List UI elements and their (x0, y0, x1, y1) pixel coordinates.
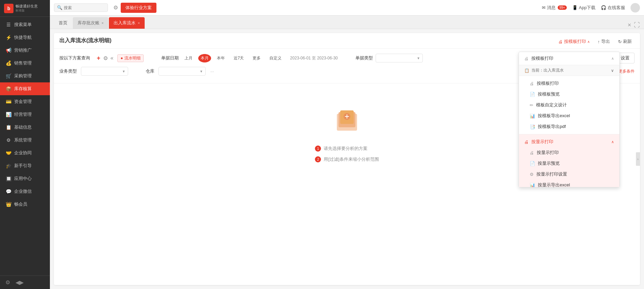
member-nav-icon: 👑 (5, 202, 11, 207)
app-download-btn[interactable]: 📱 App下载 (572, 5, 595, 11)
template-print-item[interactable]: 🖨 按模板打印 (519, 78, 619, 89)
sidebar-item-member[interactable]: 👑 畅会员 (0, 198, 50, 211)
quick-nav-nav-icon: ⚡ (5, 35, 11, 40)
flow-tab-close[interactable]: × (138, 21, 140, 25)
print-template-btn[interactable]: 🖨 按模板打印 ∧ (556, 37, 592, 46)
message-btn[interactable]: ✉ 消息 99+ (542, 5, 567, 11)
filter-settings-btn[interactable]: ⚙ (103, 55, 108, 61)
dropdown-header: 🖨 按模板打印 ∧ (519, 52, 619, 65)
sidebar-item-enterprise[interactable]: 🤝 企业协同 (0, 147, 50, 159)
operations-nav-label: 经营管理 (14, 111, 32, 117)
template-export-excel-item[interactable]: 📊 按模板导出excel (519, 110, 619, 121)
filter-add-btn[interactable]: + (97, 55, 100, 62)
tab-home[interactable]: 首页 (54, 17, 72, 29)
display-preview-item[interactable]: 📄 按显示预览 (519, 158, 619, 169)
refresh-btn[interactable]: ↻ 刷新 (615, 37, 635, 46)
sidebar-item-basic-info[interactable]: 📋 基础信息 (0, 121, 50, 134)
display-preview-label: 按显示预览 (538, 160, 560, 166)
template-custom-design-item[interactable]: ✏ 模板自定义设计 (519, 100, 619, 110)
tabs-bar: 首页 库存批次账 × 出入库流水 × × ⛶ (50, 16, 644, 29)
tab-flow[interactable]: 出入库流水 × (109, 17, 144, 29)
inventory-batch-close[interactable]: × (101, 21, 104, 25)
sidebar-item-quick-nav[interactable]: ⚡ 快捷导航 (0, 31, 50, 44)
inventory-nav-label: 库存核算 (14, 86, 32, 92)
sidebar-item-marketing[interactable]: 📢 营销推广 (0, 44, 50, 57)
step-1-text: 请先选择要分析的方案 (324, 144, 368, 153)
empty-step-2: 2 用[过滤]条件来缩小分析范围 (315, 155, 379, 164)
date-custom[interactable]: 自定义 (266, 54, 285, 62)
filter-tag: ● 流水明细 (117, 54, 143, 62)
topbar-right: ✉ 消息 99+ 📱 App下载 🎧 在线客服 (542, 3, 640, 12)
current-arrow[interactable]: ∨ (611, 68, 614, 73)
display-print-arrow[interactable]: ∧ (611, 140, 614, 144)
voucher-type-select-wrap: ▼ (376, 54, 423, 62)
display-print-item[interactable]: 🖨 按显示打印 (519, 147, 619, 158)
refresh-label: 刷新 (623, 38, 632, 45)
message-badge: 99+ (558, 5, 567, 10)
sidebar-item-finance[interactable]: 💳 资金管理 (0, 95, 50, 108)
operations-nav-icon: 📊 (5, 112, 11, 117)
sidebar-item-enterprise-wechat[interactable]: 💬 企业微信 (0, 185, 50, 198)
date-more[interactable]: 更多 (250, 54, 264, 62)
app-download-label: App下载 (579, 5, 595, 11)
display-export-excel-item[interactable]: 📊 按显示导出excel (519, 180, 619, 187)
search-icon: 🔍 (57, 5, 62, 10)
system-nav-icon: ⚙ (5, 137, 11, 143)
empty-steps: 1 请先选择要分析的方案 2 用[过滤]条件来缩小分析范围 (315, 144, 379, 164)
flow-tab-label: 出入库流水 (114, 20, 136, 26)
filter-collapse-btn[interactable]: « (111, 55, 114, 61)
trial-industry-btn[interactable]: 体验行业方案 (121, 3, 156, 13)
search-input[interactable] (64, 5, 104, 10)
print-icon: 🖨 (558, 39, 563, 44)
export-btn[interactable]: ↑ 导出 (595, 37, 613, 46)
dropdown-title-arrow[interactable]: ∧ (611, 56, 614, 61)
collapse-sidebar-icon[interactable]: ◀▶ (16, 279, 24, 286)
enterprise-wechat-nav-icon: 💬 (5, 189, 11, 194)
template-export-pdf-item[interactable]: 📑 按模板导出pdf (519, 121, 619, 132)
sidebar-item-operations[interactable]: 📊 经营管理 (0, 108, 50, 121)
display-export-excel-label: 按显示导出excel (538, 182, 570, 187)
customer-service-btn[interactable]: 🎧 在线客服 (601, 5, 625, 11)
display-print-settings-item[interactable]: ⚙ 按显示打印设置 (519, 169, 619, 180)
page-content: 出入库流水(流水明细) 🖨 按模板打印 ∧ ↑ 导出 ↻ 刷新 (50, 29, 644, 289)
sidebar-item-search[interactable]: ☰ 搜索菜单 (0, 18, 50, 31)
settings-footer-icon[interactable]: ⚙ (5, 279, 10, 286)
sidebar-item-app-center[interactable]: 🔲 应用中心 (0, 172, 50, 185)
sidebar-item-inventory[interactable]: 📦 库存核算 (0, 82, 50, 95)
marketing-nav-label: 营销推广 (14, 47, 32, 53)
window-close-btn[interactable]: × (627, 22, 631, 29)
tab-inventory-batch[interactable]: 库存批次账 × (73, 17, 108, 29)
display-print-section: 🖨 按显示打印 ∧ 🖨 按显示打印 📄 按显示预览 (519, 134, 619, 187)
sidebar-item-guide[interactable]: 🎓 新手引导 (0, 159, 50, 172)
date-last-month[interactable]: 上月 (181, 54, 196, 62)
warehouse-select[interactable] (158, 67, 206, 76)
voucher-type-group: 单据类型 ▼ (355, 54, 423, 62)
export-label: 导出 (601, 38, 610, 45)
warehouse-dots[interactable]: ··· (210, 69, 214, 74)
template-preview-item[interactable]: 📄 按模板预览 (519, 89, 619, 100)
date-current-month[interactable]: 本月 (198, 54, 211, 62)
sidebar-item-purchase[interactable]: 🛒 采购管理 (0, 70, 50, 82)
enterprise-nav-icon: 🤝 (5, 150, 11, 156)
filter-scheme-label: 按以下方案查询 (59, 55, 90, 61)
inventory-nav-icon: 📦 (5, 86, 11, 91)
dropdown-current[interactable]: 📋 当前：出入库流水 ∨ (519, 65, 619, 76)
voucher-type-select[interactable] (376, 54, 423, 62)
inventory-batch-label: 库存批次账 (78, 20, 99, 26)
date-last-7days[interactable]: 近7天 (231, 54, 247, 62)
date-current-year[interactable]: 本年 (214, 54, 228, 62)
sidebar-item-system[interactable]: ⚙ 系统管理 (0, 134, 50, 147)
business-type-select[interactable] (81, 67, 128, 76)
search-box[interactable]: 🔍 (54, 3, 108, 12)
refresh-icon: ↻ (618, 39, 622, 44)
home-tab-label: 首页 (59, 20, 67, 26)
warehouse-label: 仓库 (146, 68, 154, 74)
sidebar-item-sales[interactable]: 💰 销售管理 (0, 57, 50, 70)
window-maximize-btn[interactable]: ⛶ (634, 22, 640, 29)
right-edge-expand-btn[interactable]: › (636, 152, 640, 166)
basic-info-nav-label: 基础信息 (14, 124, 32, 130)
pdf-icon-1: 📑 (530, 124, 535, 129)
avatar[interactable] (631, 3, 640, 12)
topbar-gear-icon[interactable]: ⚙ (113, 4, 118, 11)
display-print-settings-label: 按显示打印设置 (536, 171, 567, 177)
